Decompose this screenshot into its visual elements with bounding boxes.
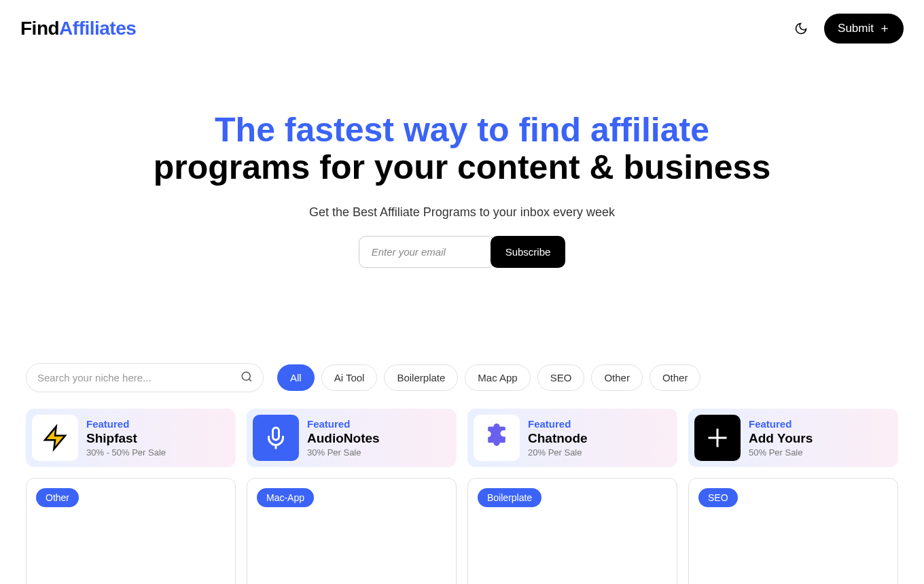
filters-row: AllAi ToolBoilerplateMac AppSEOOtherOthe… bbox=[26, 363, 898, 392]
search-box bbox=[26, 363, 264, 392]
card-tag: Mac-App bbox=[257, 488, 314, 507]
featured-row: Featured Shipfast 30% - 50% Per Sale Fea… bbox=[26, 409, 898, 467]
content: AllAi ToolBoilerplateMac AppSEOOtherOthe… bbox=[0, 295, 924, 584]
hero-subtitle: Get the Best Affiliate Programs to your … bbox=[14, 205, 910, 220]
featured-sub: 20% Per Sale bbox=[528, 447, 588, 458]
subscribe-form: Subscribe bbox=[14, 236, 910, 268]
featured-card-shipfast[interactable]: Featured Shipfast 30% - 50% Per Sale bbox=[26, 409, 236, 467]
featured-badge: Featured bbox=[528, 418, 588, 430]
featured-card-chatnode[interactable]: Featured Chatnode 20% Per Sale bbox=[467, 409, 677, 467]
puzzle-icon bbox=[474, 415, 520, 461]
header: FindAffiliates Submit bbox=[0, 0, 924, 57]
featured-title: Chatnode bbox=[528, 431, 588, 446]
logo[interactable]: FindAffiliates bbox=[20, 18, 136, 39]
program-card[interactable]: Other bbox=[26, 478, 236, 584]
header-right: Submit bbox=[789, 14, 904, 44]
search-icon bbox=[241, 371, 253, 385]
svg-point-2 bbox=[242, 372, 250, 380]
featured-card-audionotes[interactable]: Featured AudioNotes 30% Per Sale bbox=[247, 409, 457, 467]
filter-pill-seo[interactable]: SEO bbox=[537, 364, 585, 391]
submit-label: Submit bbox=[838, 22, 874, 35]
mic-icon bbox=[253, 415, 299, 461]
svg-rect-5 bbox=[273, 428, 279, 440]
featured-title: Add Yours bbox=[749, 431, 813, 446]
card-tag: Other bbox=[36, 488, 79, 507]
featured-title: AudioNotes bbox=[307, 431, 380, 446]
svg-marker-4 bbox=[45, 426, 65, 449]
hero: The fastest way to find affiliate progra… bbox=[0, 57, 924, 295]
filter-pill-boilerplate[interactable]: Boilerplate bbox=[384, 364, 458, 391]
bolt-icon bbox=[32, 415, 78, 461]
card-tag: Boilerplate bbox=[478, 488, 541, 507]
cards-row: OtherMac-AppBoilerplateSEO bbox=[26, 478, 898, 584]
featured-sub: 30% Per Sale bbox=[307, 447, 380, 458]
filter-pills: AllAi ToolBoilerplateMac AppSEOOtherOthe… bbox=[277, 364, 700, 391]
filter-pill-other[interactable]: Other bbox=[591, 364, 643, 391]
search-input[interactable] bbox=[26, 363, 264, 392]
hero-title-line2: programs for your content & business bbox=[14, 149, 910, 186]
svg-line-3 bbox=[249, 379, 251, 381]
plus-icon bbox=[879, 23, 890, 34]
filter-pill-ai-tool[interactable]: Ai Tool bbox=[321, 364, 378, 391]
featured-badge: Featured bbox=[86, 418, 166, 430]
program-card[interactable]: Mac-App bbox=[247, 478, 457, 584]
card-tag: SEO bbox=[698, 488, 738, 507]
subscribe-button[interactable]: Subscribe bbox=[491, 236, 566, 268]
featured-card-add-yours[interactable]: Featured Add Yours 50% Per Sale bbox=[688, 409, 898, 467]
featured-badge: Featured bbox=[749, 418, 813, 430]
program-card[interactable]: SEO bbox=[688, 478, 898, 584]
featured-badge: Featured bbox=[307, 418, 380, 430]
moon-icon bbox=[794, 22, 808, 35]
filter-pill-other[interactable]: Other bbox=[650, 364, 701, 391]
logo-part1: Find bbox=[20, 18, 59, 39]
theme-toggle[interactable] bbox=[789, 16, 813, 41]
featured-content: Featured Shipfast 30% - 50% Per Sale bbox=[86, 418, 166, 458]
email-input[interactable] bbox=[359, 236, 495, 268]
program-card[interactable]: Boilerplate bbox=[467, 478, 677, 584]
logo-part2: Affiliates bbox=[59, 18, 136, 39]
featured-sub: 30% - 50% Per Sale bbox=[86, 447, 166, 458]
plus-icon bbox=[694, 415, 741, 461]
hero-title-line1: The fastest way to find affiliate bbox=[14, 111, 910, 149]
filter-pill-all[interactable]: All bbox=[277, 364, 315, 391]
featured-content: Featured Chatnode 20% Per Sale bbox=[528, 418, 588, 458]
featured-sub: 50% Per Sale bbox=[749, 447, 813, 458]
featured-content: Featured Add Yours 50% Per Sale bbox=[749, 418, 813, 458]
featured-title: Shipfast bbox=[86, 431, 166, 446]
featured-content: Featured AudioNotes 30% Per Sale bbox=[307, 418, 380, 458]
submit-button[interactable]: Submit bbox=[824, 14, 904, 44]
filter-pill-mac-app[interactable]: Mac App bbox=[465, 364, 530, 391]
hero-title: The fastest way to find affiliate progra… bbox=[14, 111, 910, 186]
